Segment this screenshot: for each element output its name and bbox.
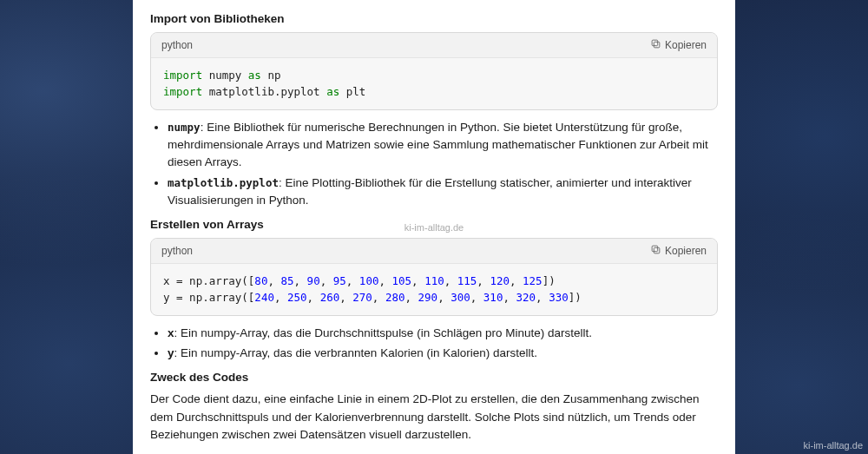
copy-icon bbox=[650, 244, 661, 258]
svg-rect-2 bbox=[654, 247, 660, 253]
copy-button[interactable]: Kopieren bbox=[650, 38, 707, 52]
term: matplotlib.pyplot bbox=[168, 176, 279, 189]
svg-rect-3 bbox=[652, 246, 658, 252]
heading-arrays: Erstellen von Arrays bbox=[150, 218, 718, 231]
copy-label: Kopieren bbox=[665, 245, 707, 257]
bullet-list-import: numpy: Eine Bibliothek für numerische Be… bbox=[150, 119, 718, 209]
code-content[interactable]: import numpy as np import matplotlib.pyp… bbox=[151, 58, 717, 109]
bullet-list-arrays: x: Ein numpy-Array, das die Durchschnitt… bbox=[150, 325, 718, 363]
paragraph-zweck: Der Code dient dazu, eine einfache Linie… bbox=[150, 391, 718, 444]
svg-rect-0 bbox=[654, 42, 660, 48]
codeblock-import: python Kopieren import numpy as np impor… bbox=[150, 32, 718, 110]
svg-rect-1 bbox=[652, 40, 658, 46]
watermark-corner: ki-im-alltag.de bbox=[804, 440, 863, 451]
copy-label: Kopieren bbox=[665, 39, 707, 51]
term-text: : Ein numpy-Array, das die verbrannten K… bbox=[174, 346, 537, 359]
term-text: : Eine Bibliothek für numerische Berechn… bbox=[168, 121, 708, 169]
copy-button[interactable]: Kopieren bbox=[650, 244, 707, 258]
codeblock-arrays: python Kopieren x = np.array([80, 85, 90… bbox=[150, 238, 718, 316]
list-item: matplotlib.pyplot: Eine Plotting-Bibliot… bbox=[168, 174, 718, 210]
list-item: numpy: Eine Bibliothek für numerische Be… bbox=[168, 119, 718, 172]
list-item: x: Ein numpy-Array, das die Durchschnitt… bbox=[168, 325, 718, 342]
term: y bbox=[168, 346, 174, 359]
list-item: y: Ein numpy-Array, das die verbrannten … bbox=[168, 345, 718, 362]
codeblock-header: python Kopieren bbox=[151, 33, 717, 58]
article-page: Import von Bibliotheken python Kopieren … bbox=[133, 0, 735, 454]
term-text: : Ein numpy-Array, das die Durchschnitts… bbox=[174, 326, 592, 339]
term: numpy bbox=[168, 121, 201, 134]
code-content[interactable]: x = np.array([80, 85, 90, 95, 100, 105, … bbox=[151, 264, 717, 315]
copy-icon bbox=[650, 38, 661, 52]
code-lang-label: python bbox=[161, 39, 193, 51]
term: x bbox=[168, 326, 174, 339]
heading-zweck: Zweck des Codes bbox=[150, 371, 718, 384]
heading-import: Import von Bibliotheken bbox=[150, 12, 718, 25]
code-lang-label: python bbox=[161, 245, 193, 257]
codeblock-header: python Kopieren bbox=[151, 239, 717, 264]
